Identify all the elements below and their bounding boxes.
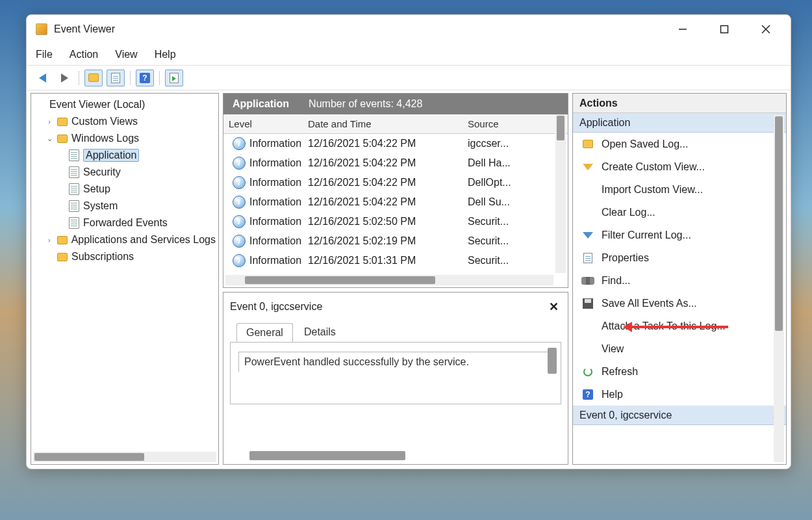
detail-message: PowerEvent handled successfully by the s… xyxy=(244,356,469,367)
events-grid-pane: Application Number of events: 4,428 Leve… xyxy=(223,93,568,288)
eventviewer-icon xyxy=(35,99,45,110)
grid-vscrollbar[interactable] xyxy=(555,114,566,273)
tool-help-button[interactable]: ? xyxy=(136,70,154,86)
table-row[interactable]: iInformation12/16/2021 5:04:22 PMDellOpt… xyxy=(223,173,568,192)
action-import-custom-view[interactable]: Import Custom View... xyxy=(573,178,786,201)
action-refresh[interactable]: Refresh xyxy=(573,360,786,383)
table-row[interactable]: iInformation12/16/2021 5:02:19 PMSecurit… xyxy=(223,231,568,251)
grid-hscrollbar[interactable] xyxy=(225,275,553,285)
action-help[interactable]: ?Help▶ xyxy=(573,383,786,406)
play-icon xyxy=(170,73,179,83)
detail-content: PowerEvent handled successfully by the s… xyxy=(230,342,561,404)
cell-date: 12/16/2021 5:04:22 PM xyxy=(308,138,468,150)
cell-source: Securit... xyxy=(468,216,568,228)
tree-setup[interactable]: Setup xyxy=(31,181,218,198)
cell-level: Information xyxy=(249,138,301,150)
table-row[interactable]: iInformation12/16/2021 5:04:22 PMDell Ha… xyxy=(223,153,568,173)
actions-vscrollbar[interactable] xyxy=(774,115,784,462)
detail-close-button[interactable]: ✕ xyxy=(549,300,561,314)
save-icon xyxy=(583,298,593,309)
detail-vscrollbar[interactable] xyxy=(548,348,557,374)
arrow-right-icon xyxy=(61,73,68,83)
actions-pane: Actions Application▲ Open Saved Log... C… xyxy=(572,93,787,465)
col-date[interactable]: Date and Time xyxy=(308,118,468,129)
app-icon xyxy=(36,23,47,35)
actions-section-event[interactable]: Event 0, igccservice▲ xyxy=(573,406,786,425)
action-find[interactable]: Find... xyxy=(573,269,786,292)
action-attach-task[interactable]: Attach a Task To this Log... xyxy=(573,315,786,337)
blank-icon xyxy=(582,184,594,196)
toolbar: ? xyxy=(27,66,791,90)
tool-properties-button[interactable] xyxy=(107,70,125,86)
menu-help[interactable]: Help xyxy=(155,49,176,60)
tree-custom-views[interactable]: ›Custom Views xyxy=(31,113,218,130)
action-view[interactable]: View▶ xyxy=(573,337,786,360)
minimize-button[interactable] xyxy=(670,19,696,40)
tree-application[interactable]: Application xyxy=(31,147,218,164)
tool-folder-button[interactable] xyxy=(84,70,103,86)
tree-security[interactable]: Security xyxy=(31,164,218,181)
table-row[interactable]: iInformation12/16/2021 5:02:50 PMSecurit… xyxy=(223,212,568,231)
action-open-saved-log[interactable]: Open Saved Log... xyxy=(573,133,786,155)
table-row[interactable]: iInformation12/16/2021 5:04:22 PMDell Su… xyxy=(223,192,568,212)
menu-file[interactable]: File xyxy=(36,49,53,60)
tree-system[interactable]: System xyxy=(31,198,218,214)
events-count: Number of events: 4,428 xyxy=(309,98,422,110)
table-row[interactable]: iInformation12/16/2021 5:01:31 PMSecurit… xyxy=(223,251,568,270)
log-icon xyxy=(69,217,79,229)
tab-details[interactable]: Details xyxy=(294,322,346,342)
menubar: File Action View Help xyxy=(27,44,791,66)
action-save-all-events-as[interactable]: Save All Events As... xyxy=(573,292,786,315)
action-clear-log[interactable]: Clear Log... xyxy=(573,201,786,224)
log-icon xyxy=(69,166,79,178)
log-icon xyxy=(69,150,79,161)
actions-section-application[interactable]: Application▲ xyxy=(573,113,786,133)
cell-level: Information xyxy=(249,255,301,266)
binoculars-icon xyxy=(583,277,593,285)
tree-apps-services-logs[interactable]: ›Applications and Services Logs xyxy=(31,231,218,248)
tree-forwarded-events[interactable]: Forwarded Events xyxy=(31,214,218,231)
arrow-left-icon xyxy=(39,73,46,83)
tree-windows-logs[interactable]: ⌄Windows Logs xyxy=(31,130,218,147)
tab-general[interactable]: General xyxy=(236,323,293,343)
col-source[interactable]: Source xyxy=(468,118,568,129)
tree-hscrollbar[interactable] xyxy=(33,452,216,462)
events-header: Application Number of events: 4,428 xyxy=(223,94,568,114)
cell-source: Securit... xyxy=(468,235,568,247)
page-icon xyxy=(111,73,120,83)
info-icon: i xyxy=(233,196,246,209)
cell-date: 12/16/2021 5:04:22 PM xyxy=(308,177,468,188)
toolbar-separator xyxy=(130,71,131,85)
cell-source: Dell Su... xyxy=(468,196,568,208)
folder-icon xyxy=(88,73,99,82)
tool-action-button[interactable] xyxy=(165,70,183,86)
action-filter-current-log[interactable]: Filter Current Log... xyxy=(573,224,786,246)
menu-action[interactable]: Action xyxy=(70,49,98,60)
info-icon: i xyxy=(233,215,246,228)
window-title: Event Viewer xyxy=(54,23,115,35)
filter-icon xyxy=(583,232,593,239)
cell-level: Information xyxy=(249,235,301,247)
detail-hscrollbar[interactable] xyxy=(249,451,405,460)
table-row[interactable]: iInformation12/16/2021 5:04:22 PMigccser… xyxy=(223,134,568,153)
tree-subscriptions[interactable]: Subscriptions xyxy=(31,248,218,265)
tree-root[interactable]: Event Viewer (Local) xyxy=(31,96,218,113)
funnel-icon xyxy=(583,164,593,170)
info-icon: i xyxy=(233,137,246,150)
action-create-custom-view[interactable]: Create Custom View... xyxy=(573,155,786,178)
nav-back-button[interactable] xyxy=(33,70,51,86)
blank-icon xyxy=(582,343,594,355)
nav-forward-button[interactable] xyxy=(55,70,73,86)
log-icon xyxy=(69,183,79,195)
cell-level: Information xyxy=(249,196,301,208)
info-icon: i xyxy=(233,254,246,267)
col-level[interactable]: Level xyxy=(223,118,308,129)
action-properties[interactable]: Properties xyxy=(573,246,786,269)
properties-icon xyxy=(583,253,592,263)
cell-source: Dell Ha... xyxy=(468,157,568,169)
folder-open-icon xyxy=(583,140,593,148)
close-button[interactable] xyxy=(753,19,779,40)
maximize-button[interactable] xyxy=(711,19,737,40)
actions-title: Actions xyxy=(573,94,786,113)
menu-view[interactable]: View xyxy=(115,49,137,60)
